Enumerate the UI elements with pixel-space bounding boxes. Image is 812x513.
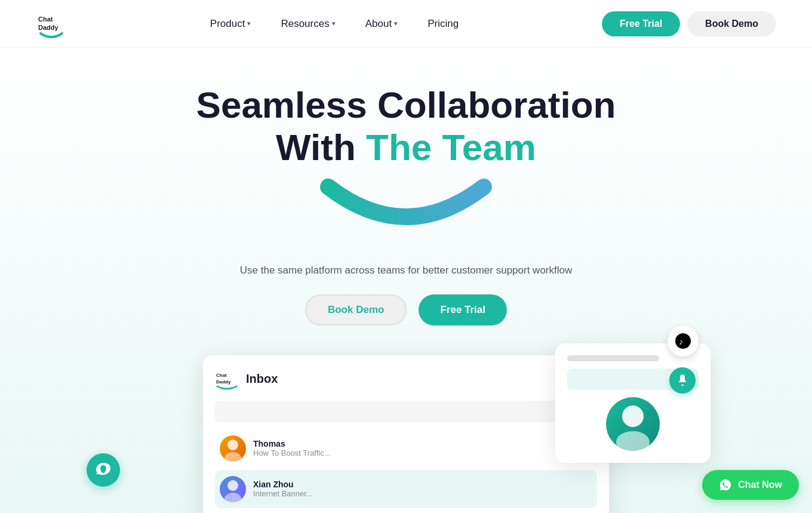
contact-preview: How To Boost Traffic... xyxy=(253,449,331,457)
hero-subtitle: Use the same platform across teams for b… xyxy=(240,265,572,277)
nav-pricing[interactable]: Pricing xyxy=(416,13,470,35)
navbar: Chat Daddy Product ▾ Resources ▾ About ▾… xyxy=(0,0,812,48)
tiktok-icon: ♪ xyxy=(668,325,699,357)
hero-section: Seamless Collaboration With The Team Use… xyxy=(0,48,812,513)
panel-avatar xyxy=(606,397,660,451)
hero-free-trial-button[interactable]: Free Trial xyxy=(419,294,507,325)
nav-free-trial-button[interactable]: Free Trial xyxy=(602,11,680,36)
svg-point-10 xyxy=(622,406,644,427)
nav-product[interactable]: Product ▾ xyxy=(198,13,263,35)
svg-point-7 xyxy=(224,493,241,502)
nav-actions: Free Trial Book Demo xyxy=(602,11,776,36)
logo[interactable]: Chat Daddy xyxy=(36,8,67,39)
right-panel: ♪ xyxy=(555,343,710,463)
contact-name: Xian Zhou xyxy=(253,480,313,489)
inbox-header: Chat Daddy Inbox xyxy=(215,367,597,391)
contact-name: Thomas xyxy=(253,439,331,449)
inbox-title: Inbox xyxy=(246,372,278,386)
product-chevron-icon: ▾ xyxy=(247,20,251,27)
list-item[interactable]: Thomas How To Boost Traffic... xyxy=(215,429,597,468)
svg-text:♪: ♪ xyxy=(679,337,683,346)
svg-point-6 xyxy=(227,480,238,491)
smile-graphic xyxy=(316,175,496,247)
svg-point-11 xyxy=(616,431,650,451)
floating-notification-icon xyxy=(669,367,696,394)
panel-bar-1 xyxy=(567,355,659,361)
svg-rect-8 xyxy=(675,333,691,349)
nav-about[interactable]: About ▾ xyxy=(353,13,410,35)
svg-point-4 xyxy=(227,440,238,450)
nav-links: Product ▾ Resources ▾ About ▾ Pricing xyxy=(198,13,470,35)
floating-chat-icon[interactable] xyxy=(87,453,120,487)
svg-text:Daddy: Daddy xyxy=(216,379,231,385)
avatar xyxy=(220,476,246,502)
about-chevron-icon: ▾ xyxy=(394,20,398,27)
svg-text:Daddy: Daddy xyxy=(38,24,59,31)
list-item[interactable]: Xian Zhou Internet Banner... xyxy=(215,470,597,508)
avatar xyxy=(220,435,246,462)
dashboard-preview: Chat Daddy Inbox Thomas How To Boost Tra… xyxy=(0,355,812,513)
inbox-card: Chat Daddy Inbox Thomas How To Boost Tra… xyxy=(203,355,609,513)
contact-preview: Internet Banner... xyxy=(253,489,313,498)
svg-point-5 xyxy=(224,452,241,462)
whatsapp-icon xyxy=(719,478,732,492)
nav-resources[interactable]: Resources ▾ xyxy=(269,13,347,35)
svg-text:Chat: Chat xyxy=(216,373,227,378)
inbox-logo-icon: Chat Daddy xyxy=(215,367,239,391)
chat-now-button[interactable]: Chat Now xyxy=(702,470,799,500)
hero-book-demo-button[interactable]: Book Demo xyxy=(305,294,407,325)
hero-title: Seamless Collaboration With The Team xyxy=(196,84,616,169)
resources-chevron-icon: ▾ xyxy=(332,20,336,27)
inbox-search[interactable] xyxy=(215,401,597,422)
nav-book-demo-button[interactable]: Book Demo xyxy=(687,11,776,36)
chat-now-label: Chat Now xyxy=(738,480,782,490)
svg-text:Chat: Chat xyxy=(38,16,53,23)
hero-cta-buttons: Book Demo Free Trial xyxy=(305,294,507,325)
